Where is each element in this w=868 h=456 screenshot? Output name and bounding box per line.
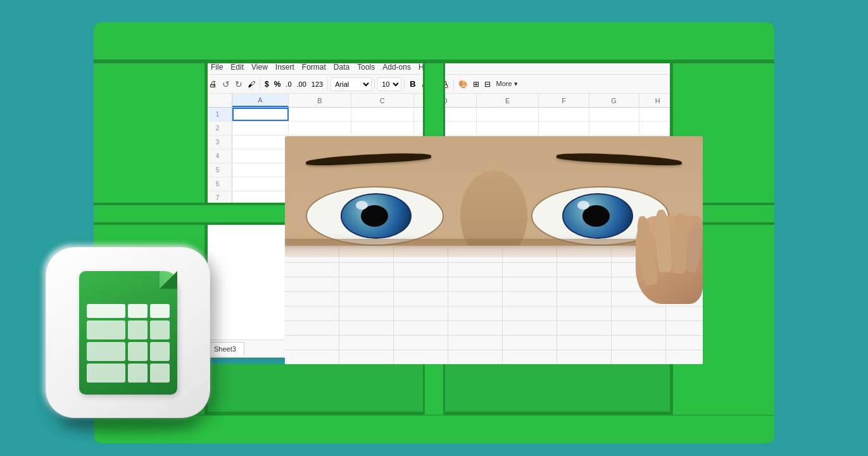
- cell-b2[interactable]: [289, 122, 351, 135]
- number-format-button[interactable]: 123: [310, 79, 325, 89]
- cell-f2[interactable]: [539, 122, 589, 135]
- col-header-c[interactable]: C: [351, 94, 414, 107]
- bold-button[interactable]: B: [407, 78, 418, 90]
- font-family-select[interactable]: Arial: [330, 77, 372, 91]
- decimal-increase-button[interactable]: .00: [295, 79, 308, 89]
- cell-e1[interactable]: [477, 108, 539, 121]
- cell-a2[interactable]: [232, 122, 289, 135]
- font-size-select[interactable]: 10: [377, 77, 401, 91]
- more-button[interactable]: More ▾: [494, 79, 520, 89]
- toolbar-separator-3: [374, 79, 375, 90]
- undo-button[interactable]: ↺: [220, 78, 232, 91]
- window-frame: ☆ 📁 All changes saved ... Comments 🔒 Sha…: [0, 0, 868, 456]
- cell-f1[interactable]: [539, 108, 589, 121]
- col-header-a[interactable]: A: [232, 94, 289, 107]
- cell-c1[interactable]: [351, 108, 414, 121]
- col-header-f[interactable]: F: [539, 94, 589, 107]
- window-top-bar: [94, 22, 774, 63]
- paint-format-button[interactable]: 🖌: [246, 79, 257, 90]
- cell-a1[interactable]: [232, 108, 289, 121]
- toolbar-separator-1: [260, 79, 260, 90]
- cell-e2[interactable]: [477, 122, 539, 135]
- col-header-e[interactable]: E: [477, 94, 539, 107]
- col-header-g[interactable]: G: [589, 94, 639, 107]
- toolbar-separator-2: [327, 79, 328, 90]
- print-button[interactable]: 🖨: [207, 78, 219, 90]
- sheets-app-icon: [46, 247, 220, 428]
- cell-g1[interactable]: [589, 108, 639, 121]
- cell-b1[interactable]: [289, 108, 351, 121]
- merge-button[interactable]: ⊟: [482, 79, 493, 90]
- cell-c2[interactable]: [351, 122, 414, 135]
- fill-color-button[interactable]: 🎨: [456, 79, 470, 90]
- percent-button[interactable]: %: [272, 79, 283, 90]
- col-header-b[interactable]: B: [289, 94, 351, 107]
- currency-button[interactable]: $: [263, 79, 271, 90]
- redo-button[interactable]: ↻: [233, 78, 244, 91]
- cell-g2[interactable]: [589, 122, 639, 135]
- eyes-peeping-image: [285, 136, 703, 364]
- borders-button[interactable]: ⊞: [471, 79, 481, 90]
- toolbar-separator-5: [453, 79, 454, 90]
- toolbar-separator-4: [404, 79, 405, 90]
- decimal-decrease-button[interactable]: .0: [284, 79, 293, 89]
